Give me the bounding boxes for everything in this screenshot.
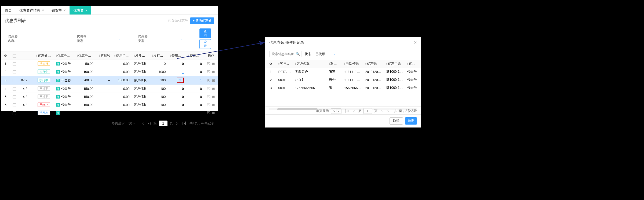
col-gear[interactable]: ⚙ bbox=[1, 52, 10, 60]
row-time: 07 23:59 bbox=[19, 76, 34, 85]
table-row[interactable]: 2 00010001 北京1 唐先生 11111111111 201912007… bbox=[265, 76, 421, 84]
qrcode-icon[interactable]: ⊞ bbox=[212, 62, 215, 66]
close-icon[interactable]: ✕ bbox=[64, 9, 66, 12]
col-code[interactable]: ▴▾优惠码 bbox=[363, 60, 384, 68]
table-row[interactable]: 2 执行中 代代金券 100.00 -- 0.00 客户领取 1000 1 0 … bbox=[1, 68, 218, 76]
claim-qty-link[interactable]: 1 bbox=[182, 70, 184, 74]
col-issue[interactable]: ▴▾发行数量 bbox=[150, 52, 168, 60]
close-icon[interactable]: ✕ bbox=[42, 9, 44, 12]
col-cust-code[interactable]: ▴▾客户... bbox=[276, 60, 293, 68]
use-qty-link[interactable]: 1 bbox=[200, 78, 202, 82]
settings-button[interactable]: 设置 bbox=[199, 39, 211, 49]
col-method[interactable]: ▴▾发放方式 bbox=[132, 52, 150, 60]
row-checkbox[interactable] bbox=[13, 103, 16, 107]
col-threshold[interactable]: ▴▾使用门槛... bbox=[112, 52, 132, 60]
row-phone: 11111111111 bbox=[342, 76, 363, 84]
qrcode-icon[interactable]: ⊞ bbox=[212, 87, 215, 91]
prev-page-icon[interactable]: ◁ bbox=[352, 109, 356, 113]
row-threshold: 0.00 bbox=[112, 101, 132, 109]
page-size-select[interactable]: 50⌄ bbox=[331, 108, 341, 114]
tab-home[interactable]: 首页 bbox=[1, 6, 16, 14]
qrcode-icon[interactable]: ⊞ bbox=[212, 103, 215, 107]
row-threshold: 0.00 bbox=[112, 85, 132, 93]
col-status[interactable]: ▴▾优惠券状态 bbox=[34, 52, 54, 60]
table-row[interactable]: 7 14 23:59 待发布 代代金券 150.00 -- 0.00 客户领取 … bbox=[1, 109, 218, 117]
row-time: 14 23:59 bbox=[19, 93, 34, 101]
state-select[interactable]: 已使用⌄ bbox=[313, 51, 338, 57]
col-claim[interactable]: ▴▾领用数量 bbox=[168, 52, 186, 60]
last-page-icon[interactable]: ▷⎮ bbox=[181, 122, 187, 125]
first-page-icon[interactable]: ⎮◁ bbox=[139, 122, 145, 125]
row-phone: 156 6666 6... bbox=[342, 84, 363, 92]
col-discount[interactable]: ▴▾折扣% bbox=[96, 52, 112, 60]
table-row[interactable]: 1 RETAIL... 零散客户 张三 11111111111 20191200… bbox=[265, 68, 421, 76]
row-method: 客户领取 bbox=[132, 101, 150, 109]
qrcode-icon[interactable]: ⊞ bbox=[212, 78, 215, 82]
row-type: 代金券 bbox=[405, 68, 421, 76]
query-button[interactable]: 查询 bbox=[199, 28, 211, 38]
qrcode-icon[interactable]: ⊞ bbox=[212, 111, 215, 115]
col-phone[interactable]: ▴▾电话号码 bbox=[342, 60, 363, 68]
table-row[interactable]: 6 14 23:59 已终止 代代金券 150.00 -- 0.00 客户领取 … bbox=[1, 101, 218, 109]
filter-name-label: 优惠券名称 bbox=[8, 34, 18, 43]
close-icon[interactable]: ✕ bbox=[85, 9, 88, 12]
prev-page-icon[interactable]: ◁ bbox=[147, 122, 151, 125]
row-issue: 100 bbox=[150, 93, 168, 101]
close-icon[interactable]: ✕ bbox=[413, 40, 417, 45]
tab-coupon-detail[interactable]: 优惠券详情页✕ bbox=[16, 6, 48, 14]
col-facevalue[interactable]: ▴▾优惠券面值 bbox=[75, 52, 96, 60]
row-phone: 11111111111 bbox=[342, 68, 363, 76]
row-method: 客户领取 bbox=[132, 76, 150, 85]
checkbox[interactable] bbox=[13, 54, 16, 58]
table-row[interactable]: 3 07 23:59 执行中 代代金券 200.00 -- 1000.00 客户… bbox=[1, 76, 218, 85]
row-checkbox[interactable] bbox=[13, 62, 16, 66]
claim-qty-link[interactable]: 3 bbox=[177, 78, 184, 83]
col-check[interactable] bbox=[10, 52, 19, 60]
search-icon[interactable]: 🔍 bbox=[296, 52, 300, 56]
share-icon[interactable]: ⇱ bbox=[207, 70, 210, 74]
col-type[interactable]: ▴▾优惠券类型 bbox=[54, 52, 75, 60]
table-row[interactable]: 5 14 23:59 已过期 代代金券 150.00 -- 0.00 客户领取 … bbox=[1, 93, 218, 101]
row-index: 2 bbox=[1, 68, 10, 76]
first-page-icon[interactable]: ⎮◁ bbox=[344, 109, 350, 113]
search-input[interactable] bbox=[272, 52, 296, 56]
filter-status-select[interactable]: ⌄ bbox=[90, 37, 122, 41]
row-checkbox[interactable] bbox=[13, 70, 16, 74]
distribute-coupon-link[interactable]: ⇱发放优惠券 bbox=[168, 19, 188, 23]
page-input[interactable] bbox=[159, 121, 168, 126]
table-row[interactable]: 4 14 23:59 已过期 代代金券 150.00 -- 0.00 客户领取 … bbox=[1, 85, 218, 93]
row-checkbox[interactable] bbox=[13, 111, 16, 115]
qrcode-icon[interactable]: ⊞ bbox=[212, 70, 215, 74]
confirm-button[interactable]: 确定 bbox=[405, 117, 417, 125]
row-checkbox[interactable] bbox=[13, 87, 16, 91]
col-contact[interactable]: ▴▾联系人 bbox=[327, 60, 342, 68]
next-page-icon[interactable]: ▷ bbox=[175, 122, 179, 125]
share-icon[interactable]: ⇱ bbox=[207, 78, 210, 82]
filter-name-input[interactable] bbox=[20, 38, 61, 39]
col-time[interactable] bbox=[19, 52, 34, 60]
row-use: 0 bbox=[186, 93, 204, 101]
tab-sales-order[interactable]: 销货单✕ bbox=[48, 6, 70, 14]
filter-type-select[interactable]: ⌄ bbox=[151, 37, 183, 41]
share-icon: ⇱ bbox=[207, 103, 210, 107]
qrcode-icon[interactable]: ⊞ bbox=[212, 95, 215, 99]
add-coupon-button[interactable]: + 新增优惠券 bbox=[190, 17, 214, 24]
row-type: 代代金券 bbox=[54, 76, 75, 85]
cancel-button[interactable]: 取消 bbox=[390, 117, 403, 125]
col-gear[interactable]: ⚙ bbox=[265, 60, 276, 68]
last-page-icon[interactable]: ▷⎮ bbox=[386, 109, 392, 113]
col-type[interactable]: ▴▾优惠券类 bbox=[405, 60, 421, 68]
col-cust-name[interactable]: ▴▾客户名称 bbox=[293, 60, 326, 68]
row-checkbox[interactable] bbox=[13, 95, 16, 99]
row-type: 代金券 bbox=[405, 84, 421, 92]
page-input[interactable] bbox=[363, 108, 372, 114]
col-use[interactable]: ▴▾使用数量 bbox=[186, 52, 204, 60]
next-page-icon[interactable]: ▷ bbox=[380, 109, 384, 113]
col-subject[interactable]: ▴▾优惠主题 bbox=[384, 60, 405, 68]
row-checkbox[interactable] bbox=[13, 79, 16, 82]
page-size-select[interactable]: 50⌄ bbox=[127, 121, 137, 126]
share-icon[interactable]: ⇱ bbox=[207, 62, 210, 66]
table-row[interactable]: 3 0001 17666666666 张 156 6666 6... 20191… bbox=[265, 84, 421, 92]
tab-coupon[interactable]: 优惠券✕ bbox=[70, 6, 91, 14]
table-row[interactable]: 1 待执行 代代金券 50.00 -- 0.00 客户领取 10 0 0 ⇱ ⊞ bbox=[1, 60, 218, 68]
